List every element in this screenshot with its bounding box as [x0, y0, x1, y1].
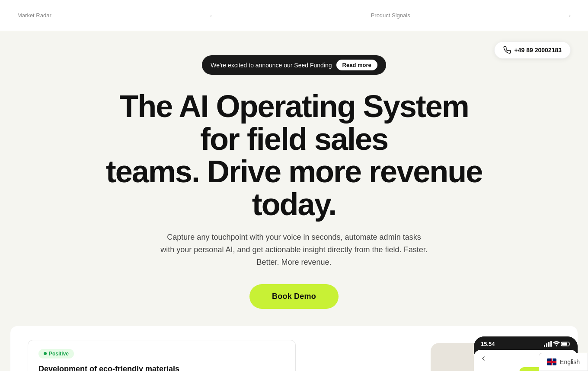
- phone-number: +49 89 20002183: [514, 47, 562, 54]
- back-icon[interactable]: [480, 355, 487, 362]
- language-label: English: [560, 358, 580, 365]
- read-more-button[interactable]: Read more: [336, 60, 377, 70]
- phone-time: 15.54: [481, 341, 495, 347]
- phone-status-bar: 15.54: [474, 336, 578, 350]
- wifi-icon: [553, 341, 560, 346]
- app-preview-section: Market Radar › Product Signals › Positiv…: [10, 326, 578, 371]
- hero-headline: The AI Operating System for field sales …: [99, 90, 489, 221]
- announcement-banner: We're excited to announce our Seed Fundi…: [202, 55, 386, 75]
- app-card: Positive Development of eco-friendly mat…: [28, 340, 296, 371]
- uk-flag-icon: [547, 358, 556, 365]
- language-switcher[interactable]: English: [539, 353, 588, 371]
- card-title: Development of eco-friendly materials: [38, 365, 285, 371]
- announcement-text: We're excited to announce our Seed Fundi…: [211, 62, 332, 69]
- svg-rect-7: [562, 342, 567, 346]
- svg-point-5: [556, 346, 557, 347]
- book-demo-hero-button[interactable]: Book Demo: [249, 284, 339, 309]
- phone-badge[interactable]: +49 89 20002183: [494, 41, 571, 59]
- tag-dot: [44, 352, 47, 355]
- battery-icon: [561, 342, 571, 346]
- status-icons: [544, 341, 571, 347]
- positive-tag: Positive: [38, 349, 74, 358]
- hero-subtext: Capture any touchpoint with your voice i…: [160, 231, 428, 268]
- phone-icon: [503, 46, 511, 54]
